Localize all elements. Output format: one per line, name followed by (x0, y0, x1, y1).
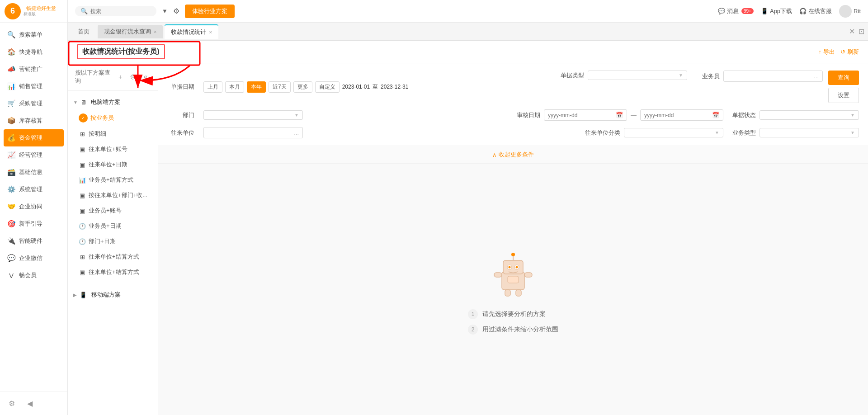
tree-item-detail[interactable]: ⊞ 按明细 (68, 126, 158, 141)
audit-date-end[interactable]: 📅 (640, 109, 723, 121)
counterparty-category-select[interactable]: ▼ (624, 128, 723, 137)
tab-close-all-icon[interactable]: ✕ (849, 27, 855, 36)
tree-item-salesperson-date[interactable]: 🕐 业务员+日期 (68, 218, 158, 234)
tree-desktop-scheme[interactable]: ▼ 🖥 电脑端方案 (68, 94, 158, 110)
sidebar-item-operation[interactable]: 📈 经营管理 (0, 146, 67, 164)
collapse-panel-btn[interactable]: « (141, 72, 151, 82)
sidebar-item-sales[interactable]: 📊 销售管理 (0, 78, 67, 95)
tab-expand-icon[interactable]: ⊡ (859, 27, 864, 36)
filter-area: 单据日期 上月 本月 本年 近7天 更多 自定义 2023-01-01 至 (158, 63, 868, 146)
tree-item-dept-date[interactable]: 🕐 部门+日期 (68, 234, 158, 249)
messages-btn[interactable]: 💬 消息 99+ (718, 7, 754, 15)
tab-cash-flow[interactable]: 现金银行流水查询 × (98, 25, 163, 38)
header-gear-icon[interactable]: ⚙ (173, 7, 179, 15)
sidebar-item-purchase[interactable]: 🛒 采购管理 (0, 95, 67, 112)
salesperson-label: 业务员 (693, 72, 720, 80)
audit-date-start-input[interactable] (548, 112, 616, 118)
settings-button[interactable]: 设置 (828, 88, 859, 103)
page-header: 收款情况统计(按业务员) ↑ 导出 ↺ 刷新 (68, 41, 868, 63)
sidebar-item-basic[interactable]: 🗃️ 基础信息 (0, 164, 67, 181)
tab-collection-stats[interactable]: 收款情况统计 × (165, 24, 218, 39)
sidebar-item-wechat[interactable]: 💬 企业微信 (0, 250, 67, 267)
date-btn-this-year[interactable]: 本年 (247, 81, 266, 93)
status-arrow: ▼ (850, 113, 855, 118)
filter-row-1: 单据日期 上月 本月 本年 近7天 更多 自定义 2023-01-01 至 (167, 71, 859, 103)
sidebar-item-finance[interactable]: 💰 资金管理 (4, 129, 64, 146)
tree-item-unit-settlement2[interactable]: ▣ 往来单位+结算方式 (68, 264, 158, 280)
tree-item-unit-date[interactable]: ▣ 往来单位+日期 (68, 157, 158, 172)
sidebar-item-member[interactable]: V 畅会员 (0, 267, 67, 284)
voucher-type-select[interactable]: ▼ (588, 71, 687, 80)
date-btn-last-month[interactable]: 上月 (203, 81, 222, 93)
date-dash: — (631, 112, 637, 118)
tree-item-salesperson[interactable]: ✓ 按业务员 (68, 110, 158, 126)
sidebar-item-enterprise[interactable]: 🤝 企业协同 (0, 198, 67, 215)
collapse-bar[interactable]: ∧ 收起更多条件 (158, 146, 868, 164)
search-nav-icon: 🔍 (7, 31, 15, 39)
sidebar-item-system[interactable]: ⚙️ 系统管理 (0, 181, 67, 198)
header-search-box[interactable]: 🔍 (75, 6, 156, 16)
voucher-status-filter: 单据状态 ▼ (729, 110, 859, 120)
hardware-nav-icon: 🔌 (7, 237, 15, 245)
message-icon: 💬 (718, 8, 725, 14)
trial-button[interactable]: 体验行业方案 (185, 5, 235, 18)
search-header-input[interactable] (90, 8, 149, 14)
date-btn-7days[interactable]: 近7天 (269, 81, 291, 93)
sales-settlement-icon: 📊 (79, 176, 86, 184)
salesperson-dots[interactable]: ... (814, 73, 819, 80)
unit-settlement2-icon: ▣ (79, 269, 86, 276)
app-download-btn[interactable]: 📱 App下载 (761, 7, 792, 15)
tree-item-salesperson-settlement[interactable]: 📊 业务员+结算方式 (68, 172, 158, 188)
sidebar-item-hardware[interactable]: 🔌 智能硬件 (0, 232, 67, 250)
date-group: 上月 本月 本年 近7天 更多 自定义 2023-01-01 至 2023-12… (203, 81, 408, 93)
voucher-status-select[interactable]: ▼ (760, 110, 859, 120)
sidebar-item-marketing[interactable]: 📣 营销推广 (0, 61, 67, 78)
sidebar-settings-btn[interactable]: ⚙ (5, 396, 19, 410)
scheme-settings-btn[interactable] (128, 72, 138, 82)
unit-date-icon: ▣ (79, 161, 86, 168)
department-select[interactable]: ▼ (203, 110, 303, 120)
tree-item-salesperson-account[interactable]: ▣ 业务员+账号 (68, 203, 158, 218)
counterparty-label: 往来单位 (167, 129, 194, 137)
tree-item-unit-account[interactable]: ▣ 往来单位+账号 (68, 141, 158, 157)
query-button[interactable]: 查询 (828, 71, 859, 85)
date-btn-more[interactable]: 更多 (293, 81, 312, 93)
online-service-btn[interactable]: 🎧 在线客服 (799, 7, 832, 15)
user-area[interactable]: Rit (839, 5, 861, 18)
step-num-2: 2 (468, 325, 478, 335)
voucher-type-filter: 单据类型 ▼ (557, 71, 687, 80)
sidebar-item-shortcut[interactable]: 🏠 快捷导航 (0, 43, 67, 61)
voucher-type-label: 单据类型 (557, 71, 584, 80)
date-btn-this-month[interactable]: 本月 (225, 81, 244, 93)
header-dropdown[interactable]: ▼ (162, 8, 168, 14)
salesperson-select[interactable]: ... (723, 71, 823, 82)
main-content: 🔍 ▼ ⚙ 体验行业方案 💬 消息 99+ 📱 App下载 (68, 0, 868, 415)
tree-mobile-arrow: ▶ (73, 292, 77, 297)
refresh-btn[interactable]: ↺ 刷新 (840, 48, 859, 56)
counterparty-dots[interactable]: ... (294, 129, 299, 136)
tab-collection-stats-close[interactable]: × (209, 29, 212, 35)
tab-home[interactable]: 首页 (71, 25, 96, 38)
enterprise-nav-icon: 🤝 (7, 203, 15, 211)
audit-date-filter: 审核日期 📅 — 📅 (513, 109, 723, 121)
audit-date-end-input[interactable] (644, 112, 712, 118)
business-type-select[interactable]: ▼ (760, 128, 859, 137)
audit-date-start[interactable]: 📅 (544, 109, 627, 121)
sidebar-item-guide[interactable]: 🎯 新手引导 (0, 215, 67, 232)
export-btn[interactable]: ↑ 导出 (819, 48, 835, 56)
date-btn-custom[interactable]: 自定义 (315, 81, 340, 93)
add-scheme-btn[interactable]: + (115, 72, 125, 82)
counterparty-category-label: 往来单位分类 (585, 129, 620, 137)
svg-point-5 (509, 266, 511, 268)
counterparty-select[interactable]: ... (203, 127, 303, 138)
tab-cash-flow-close[interactable]: × (154, 29, 156, 34)
sidebar-item-search[interactable]: 🔍 搜索菜单 (0, 26, 67, 43)
tree-item-unit-settlement1[interactable]: ⊞ 往来单位+结算方式 (68, 249, 158, 264)
svg-point-12 (511, 253, 515, 256)
header-left: 🔍 ▼ ⚙ 体验行业方案 (75, 5, 235, 18)
tree-item-unit-dept[interactable]: ▣ 按往来单位+部门+收... (68, 188, 158, 203)
sidebar-collapse-btn[interactable]: ◀ (23, 396, 37, 410)
sidebar-item-inventory[interactable]: 📦 库存核算 (0, 112, 67, 129)
tree-mobile-scheme[interactable]: ▶ 📱 移动端方案 (68, 287, 158, 302)
empty-robot-icon (486, 245, 540, 299)
